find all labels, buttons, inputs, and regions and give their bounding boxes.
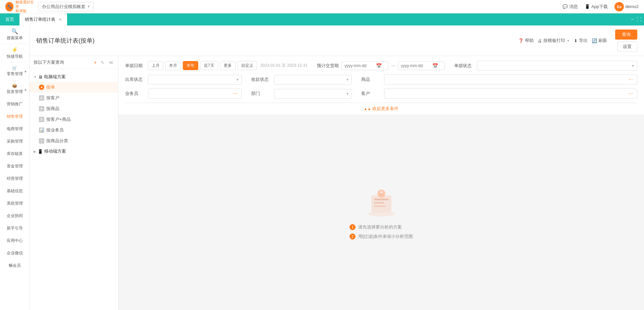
header-right: 💬 消息 📱 App下载 Ea demo2	[562, 2, 639, 11]
product-dots-btn[interactable]: ···	[627, 76, 634, 83]
sidebar-item-system[interactable]: 系统管理	[0, 197, 29, 210]
edit-scheme-icon[interactable]: ✎	[101, 60, 106, 65]
message-icon: 💬	[562, 4, 568, 9]
app-download-btn[interactable]: 📱 App下载	[585, 4, 608, 10]
collapse-bar[interactable]: ▲▲ 收起更多条件	[125, 103, 637, 114]
hint-num-1: 1	[350, 224, 356, 230]
help-icon: ❓	[518, 38, 524, 43]
svg-rect-4	[374, 205, 386, 207]
message-btn[interactable]: 💬 消息	[562, 4, 578, 10]
sidebar-item-newbie[interactable]: 新手引导	[0, 222, 29, 235]
collapse-scheme-icon[interactable]: ≪	[109, 60, 114, 65]
tree-group-mobile-header[interactable]: ▶ 📱 移动端方案	[30, 146, 118, 156]
tab-home[interactable]: 首页	[0, 13, 19, 25]
tree-item-by-cust-prod[interactable]: ⊞ 按客户+商品	[30, 114, 118, 125]
tree-item-by-customer[interactable]: ⊞ 按客户	[30, 93, 118, 103]
date-btn-this-year[interactable]: 本年	[183, 61, 198, 70]
wholesale-icon: 📦	[12, 84, 17, 88]
out-status-select[interactable]	[148, 75, 242, 85]
date-btn-more[interactable]: 更多	[220, 61, 235, 70]
date-separator: —	[391, 63, 395, 68]
expected-date-from-wrap[interactable]: 📅	[341, 61, 388, 70]
retail-icon: 🛒	[12, 66, 17, 70]
export-btn[interactable]: ⬇ 导出	[574, 38, 588, 44]
sidebar-item-appstore[interactable]: 应用中心	[0, 235, 29, 247]
sidebar-item-wechat[interactable]: 企业微信	[0, 247, 29, 259]
sidebar-item-marketing[interactable]: 营销推广	[0, 98, 29, 110]
tree-item-icon: ≡	[39, 138, 44, 144]
window-maximize-icon[interactable]: ⛶	[637, 17, 641, 22]
date-btn-custom[interactable]: 自定义	[237, 61, 257, 70]
department-select[interactable]	[274, 89, 352, 99]
nav-icon: ⚡	[11, 47, 18, 53]
user-menu-btn[interactable]: Ea demo2	[614, 2, 639, 11]
status-select[interactable]	[477, 61, 637, 70]
tree-item-by-order[interactable]: ● 按单	[30, 82, 118, 93]
tab-sales-stat[interactable]: 销售订单统计表 ✕	[19, 13, 67, 25]
tree-group-pc-icon: 🖥	[38, 74, 43, 80]
page-header: 销售订单统计表(按单) ❓ 帮助 🖨 按模板打印 ▼ ⬇ 导出 🔄 刷新	[30, 25, 644, 56]
tree-item-by-salesman[interactable]: 📊 按业务员	[30, 125, 118, 136]
filter-row-salesman: 业务员 ··· 部门 ▼	[125, 89, 637, 103]
sidebar-item-purchase[interactable]: 采购管理	[0, 135, 29, 148]
tab-bar: 首页 销售订单统计表 ✕ − ⛶	[0, 13, 644, 25]
date-btn-this-month[interactable]: 本月	[165, 61, 181, 70]
add-scheme-icon[interactable]: ＋	[93, 60, 98, 65]
settings-btn[interactable]: 设置	[617, 42, 637, 52]
date-btn-last-7[interactable]: 近7天	[200, 61, 218, 70]
sidebar-quick-nav[interactable]: ⚡ 快捷导航	[0, 44, 29, 62]
salesman-label: 业务员	[125, 91, 145, 97]
sidebar-item-member[interactable]: 畅会员	[0, 259, 29, 272]
sidebar-item-sales[interactable]: 销售管理	[0, 110, 29, 123]
export-icon: ⬇	[574, 38, 578, 43]
print-btn[interactable]: 🖨 按模板打印 ▼	[538, 38, 570, 44]
out-status-label: 出库状态	[125, 76, 145, 83]
svg-rect-3	[374, 202, 384, 204]
content-area: 销售订单统计表(按单) ❓ 帮助 🖨 按模板打印 ▼ ⬇ 导出 🔄 刷新	[30, 25, 644, 310]
sidebar-item-retail[interactable]: 🛒 零售管理 ▼	[0, 62, 29, 80]
tree-group-pc: ▼ 🖥 电脑端方案 ● 按单 ⊞ 按客户 ⊞	[30, 72, 118, 146]
tab-close-icon[interactable]: ✕	[59, 17, 62, 22]
main-layout: 🔍 搜索菜单 ⚡ 快捷导航 🛒 零售管理 ▼ 📦 批发管理 ▲ 营销推广 销售管…	[0, 25, 644, 310]
scheme-panel: 按以下方案查询 ＋ ✎ ≪ ▼ 🖥 电脑端方案	[30, 56, 118, 310]
expected-date-to-input[interactable]	[401, 63, 431, 68]
print-chevron-icon: ▼	[567, 39, 570, 43]
query-btn[interactable]: 查询	[615, 30, 637, 40]
tree-collapse-icon: ▶	[34, 150, 36, 153]
help-btn[interactable]: ❓ 帮助	[518, 38, 534, 44]
print-icon: 🖨	[538, 38, 542, 43]
expected-date-to-wrap[interactable]: 📅	[398, 61, 445, 70]
sidebar-item-enterprise[interactable]: 企业协同	[0, 210, 29, 222]
avatar: Ea	[614, 2, 624, 11]
tree-item-icon: ⊞	[39, 117, 44, 122]
logo-area: 🐾 畅捷通好生意 标准版	[5, 0, 35, 13]
customer-label: 客户	[361, 91, 381, 97]
sidebar-item-finance[interactable]: 资金管理	[0, 160, 29, 172]
top-header: 🐾 畅捷通好生意 标准版 办公用品行业模拟账套 ▼ 💬 消息 📱 App下载 E…	[0, 0, 644, 13]
date-btn-last-month[interactable]: 上月	[148, 61, 163, 70]
window-minimize-icon[interactable]: −	[631, 16, 634, 22]
payment-status-select[interactable]	[274, 75, 352, 85]
filter-section: 单据日期 上月 本月 本年 近7天 更多 自定义 2023-01-01 至 20…	[118, 56, 644, 114]
expected-date-label: 预计交货期	[317, 63, 339, 69]
sidebar-item-basic[interactable]: 基础信息	[0, 185, 29, 197]
svg-rect-2	[374, 199, 389, 200]
sidebar-search[interactable]: 🔍 搜索菜单	[0, 25, 29, 44]
tree-item-by-order-icon: ●	[39, 85, 44, 90]
customer-dots-btn[interactable]: ···	[627, 91, 634, 97]
expected-date-from-input[interactable]	[344, 63, 375, 68]
sidebar-item-operations[interactable]: 经营管理	[0, 172, 29, 185]
sidebar-item-inventory[interactable]: 库存核算	[0, 148, 29, 160]
empty-hints: 1 请先选择要分析的方案 2 用[过滤]条件来缩小分析范围	[350, 224, 413, 240]
sidebar: 🔍 搜索菜单 ⚡ 快捷导航 🛒 零售管理 ▼ 📦 批发管理 ▲ 营销推广 销售管…	[0, 25, 30, 310]
tree-item-by-product[interactable]: ⊞ 按商品	[30, 103, 118, 114]
filter-row-status: 出库状态 ▼ 收款状态	[125, 74, 637, 89]
tree-group-pc-header[interactable]: ▼ 🖥 电脑端方案	[30, 72, 118, 82]
app-selector[interactable]: 办公用品行业模拟账套 ▼	[38, 2, 94, 11]
sidebar-item-ecommerce[interactable]: 电商管理	[0, 123, 29, 135]
sidebar-item-wholesale[interactable]: 📦 批发管理 ▲	[0, 80, 29, 98]
salesman-dots-btn[interactable]: ···	[232, 91, 239, 97]
tree-item-by-category[interactable]: ≡ 按商品分类	[30, 136, 118, 146]
refresh-btn[interactable]: 🔄 刷新	[592, 38, 607, 44]
tree-item-icon: ⊞	[39, 95, 44, 101]
